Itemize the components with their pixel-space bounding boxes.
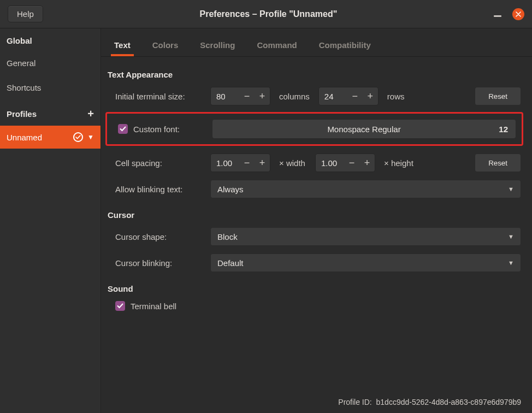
tab-command[interactable]: Command [253,33,300,56]
blinking-text-value: Always [217,185,244,194]
tab-compatibility[interactable]: Compatibility [316,33,374,56]
columns-increment[interactable]: + [255,91,270,101]
help-menu-button[interactable]: Help [8,5,43,22]
width-unit: × width [276,158,310,168]
tab-scrolling[interactable]: Scrolling [197,33,238,56]
columns-decrement[interactable]: − [239,91,255,101]
font-chooser-button[interactable]: Monospace Regular 12 [212,119,516,139]
rows-unit: rows [384,92,418,101]
height-stepper[interactable]: 1.00 − + [315,154,375,172]
profile-id-value: b1dcc9dd-5262-4d8d-a863-c897e6d979b9 [376,398,521,406]
initial-size-label: Initial terminal size: [108,92,205,101]
terminal-bell-label: Terminal bell [131,302,176,311]
profile-id-label: Profile ID: [338,398,371,406]
tab-text[interactable]: Text [111,33,134,56]
default-profile-icon [73,132,83,142]
cursor-blinking-select[interactable]: Default ▼ [210,253,521,272]
sidebar-item-shortcuts[interactable]: Shortcuts [0,75,101,100]
custom-font-row: Custom font: Monospace Regular 12 [105,112,523,146]
cursor-shape-label: Cursor shape: [108,232,205,241]
cursor-shape-row: Cursor shape: Block ▼ [108,227,521,246]
sound-header: Sound [108,284,521,293]
sidebar-profiles-header: Profiles + [0,100,101,126]
titlebar: Help Preferences – Profile "Unnamed" [0,0,532,28]
reset-size-button[interactable]: Reset [475,87,521,105]
custom-font-label: Custom font: [133,125,180,134]
terminal-bell-row: Terminal bell [108,301,521,311]
width-stepper[interactable]: 1.00 − + [210,154,270,172]
rows-increment[interactable]: + [363,91,378,101]
blinking-text-label: Allow blinking text: [108,185,205,194]
columns-stepper[interactable]: 80 − + [210,87,270,105]
columns-value: 80 [211,92,239,101]
cell-spacing-row: Cell spacing: 1.00 − + × width 1.00 − + … [108,154,521,172]
cursor-blinking-row: Cursor blinking: Default ▼ [108,253,521,272]
sidebar-profile-label: Unnamed [7,133,42,142]
font-size: 12 [499,125,508,134]
cursor-header: Cursor [108,210,521,220]
sidebar-item-general[interactable]: General [0,51,101,75]
height-decrement[interactable]: − [344,158,359,168]
height-increment[interactable]: + [359,158,375,168]
profile-menu-caret-icon[interactable]: ▼ [87,133,94,141]
chevron-down-icon: ▼ [508,259,514,266]
rows-stepper[interactable]: 24 − + [318,87,379,105]
close-button[interactable] [512,8,524,20]
tabs: Text Colors Scrolling Command Compatibil… [101,28,532,57]
cursor-shape-select[interactable]: Block ▼ [210,227,521,246]
sidebar-global-header: Global [0,28,101,51]
chevron-down-icon: ▼ [508,186,514,192]
text-appearance-header: Text Appearance [108,70,521,79]
blinking-text-select[interactable]: Always ▼ [210,180,521,198]
sidebar-profile-unnamed[interactable]: Unnamed ▼ [0,126,101,149]
main-panel: Text Colors Scrolling Command Compatibil… [101,28,532,413]
initial-terminal-size-row: Initial terminal size: 80 − + columns 24… [108,87,521,105]
height-value: 1.00 [316,158,344,168]
height-unit: × height [381,158,417,168]
rows-decrement[interactable]: − [347,91,363,101]
width-value: 1.00 [211,158,239,168]
blinking-text-row: Allow blinking text: Always ▼ [108,180,521,198]
font-name: Monospace Regular [327,125,400,134]
cursor-shape-value: Block [217,232,238,241]
window-controls [494,8,524,20]
terminal-bell-checkbox[interactable] [115,301,125,311]
cursor-blinking-value: Default [217,258,244,268]
rows-value: 24 [319,92,347,101]
minimize-button[interactable] [494,15,501,17]
add-profile-button[interactable]: + [87,108,94,120]
cursor-blinking-label: Cursor blinking: [108,258,205,268]
footer: Profile ID: b1dcc9dd-5262-4d8d-a863-c897… [101,391,532,413]
window-title: Preferences – Profile "Unnamed" [43,9,494,19]
width-decrement[interactable]: − [239,158,255,168]
tab-content: Text Appearance Initial terminal size: 8… [101,57,532,391]
columns-unit: columns [276,92,313,101]
tab-colors[interactable]: Colors [149,33,182,56]
sidebar-profiles-label: Profiles [7,109,37,119]
cell-spacing-label: Cell spacing: [108,158,205,168]
custom-font-checkbox[interactable] [118,124,128,134]
chevron-down-icon: ▼ [508,233,514,240]
width-increment[interactable]: + [255,158,270,168]
sidebar: Global General Shortcuts Profiles + Unna… [0,28,101,413]
reset-spacing-button[interactable]: Reset [475,154,521,172]
